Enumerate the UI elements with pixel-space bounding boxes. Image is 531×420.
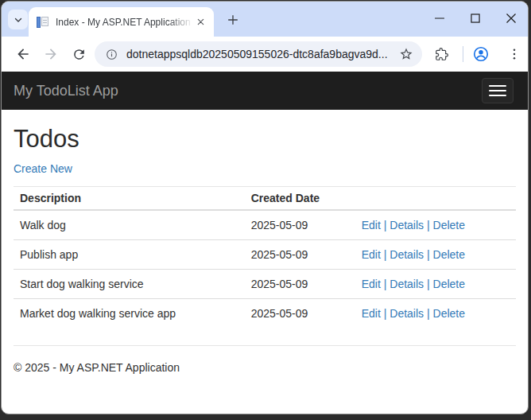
minimize-icon [431,10,448,27]
window-close-button[interactable] [494,2,528,35]
table-row: Market dog walking service app 2025-05-0… [14,299,516,329]
browser-window: Index - My ASP.NET Application [1,1,529,414]
action-separator: | [384,248,387,261]
header-actions [355,187,516,211]
cell-description: Publish app [14,240,245,270]
reload-button[interactable] [64,40,93,68]
close-icon [502,10,520,27]
forward-arrow-icon [43,46,59,62]
plus-icon [227,14,239,26]
delete-link[interactable]: Delete [433,248,465,261]
action-separator: | [427,307,430,320]
page-content: Todos Create New Description Created Dat… [2,125,528,374]
cell-created-date: 2025-05-09 [245,210,355,240]
cell-actions: Edit | Details | Delete [355,210,516,240]
tab-close-button[interactable] [193,15,207,29]
page-title: Todos [14,125,516,154]
table-header-row: Description Created Date [14,187,516,211]
profile-avatar-icon [472,45,490,63]
edit-link[interactable]: Edit [362,278,381,290]
reload-icon [72,47,87,62]
cell-description: Market dog walking service app [14,299,245,329]
address-bar[interactable]: dotnetappsqldb20250509155026-dtc8afa9bag… [95,41,422,67]
profile-button[interactable] [467,40,495,68]
details-link[interactable]: Details [390,248,424,261]
action-separator: | [384,278,387,290]
action-separator: | [427,219,430,231]
forward-button[interactable] [37,40,65,68]
header-created-date: Created Date [245,187,355,211]
extensions-button[interactable] [427,40,455,68]
cell-actions: Edit | Details | Delete [355,299,516,329]
browser-toolbar: dotnetappsqldb20250509155026-dtc8afa9bag… [2,37,528,72]
close-icon [196,18,205,26]
navbar-brand-link[interactable]: My TodoList App [14,83,118,99]
action-separator: | [427,278,430,290]
aspnet-favicon-icon [37,16,49,29]
edit-link[interactable]: Edit [362,219,381,231]
edit-link[interactable]: Edit [362,307,381,320]
footer-text: © 2025 - My ASP.NET Application [14,361,516,374]
todos-table: Description Created Date Walk dog 2025-0… [14,186,516,328]
window-minimize-button[interactable] [423,2,456,35]
navbar-hamburger-button[interactable] [482,78,514,103]
chevron-down-icon [13,14,24,25]
site-footer: © 2025 - My ASP.NET Application [14,361,516,374]
details-link[interactable]: Details [390,278,424,290]
cell-description: Start dog walking service [14,270,245,299]
desktop-background: Index - My ASP.NET Application [0,0,531,420]
bookmark-button[interactable] [398,47,414,61]
new-tab-button[interactable] [223,10,242,29]
cell-description: Walk dog [14,210,245,240]
site-info-button[interactable] [104,48,118,61]
footer-divider [14,345,516,346]
create-new-link[interactable]: Create New [14,162,72,175]
back-arrow-icon [15,46,31,62]
info-icon [105,48,118,61]
cell-actions: Edit | Details | Delete [355,240,516,270]
browser-menu-button[interactable] [500,40,529,68]
back-button[interactable] [9,40,37,68]
tab-title: Index - My ASP.NET Application [56,17,193,28]
action-separator: | [384,219,387,231]
site-navbar: My TodoList App [2,72,528,110]
three-dots-icon [507,47,521,61]
browser-tab[interactable]: Index - My ASP.NET Application [29,7,214,37]
header-description: Description [14,187,245,211]
table-row: Start dog walking service 2025-05-09 Edi… [14,270,516,299]
star-icon [399,47,413,61]
cell-created-date: 2025-05-09 [245,270,355,299]
url-text: dotnetappsqldb20250509155026-dtc8afa9bag… [126,48,398,60]
delete-link[interactable]: Delete [433,219,465,231]
action-separator: | [427,248,430,261]
tab-search-button[interactable] [8,10,28,29]
delete-link[interactable]: Delete [433,278,465,290]
edit-link[interactable]: Edit [362,248,381,261]
details-link[interactable]: Details [390,219,424,231]
window-maximize-button[interactable] [459,2,492,35]
table-row: Walk dog 2025-05-09 Edit | Details | Del… [14,210,516,240]
cell-created-date: 2025-05-09 [245,240,355,270]
cell-actions: Edit | Details | Delete [355,270,516,299]
toolbar-divider [463,46,463,62]
action-separator: | [384,307,387,320]
puzzle-icon [434,47,449,62]
cell-created-date: 2025-05-09 [245,299,355,329]
tab-strip: Index - My ASP.NET Application [2,2,528,37]
delete-link[interactable]: Delete [433,307,465,320]
details-link[interactable]: Details [390,307,424,320]
maximize-icon [467,10,484,27]
table-row: Publish app 2025-05-09 Edit | Details | … [14,240,516,270]
